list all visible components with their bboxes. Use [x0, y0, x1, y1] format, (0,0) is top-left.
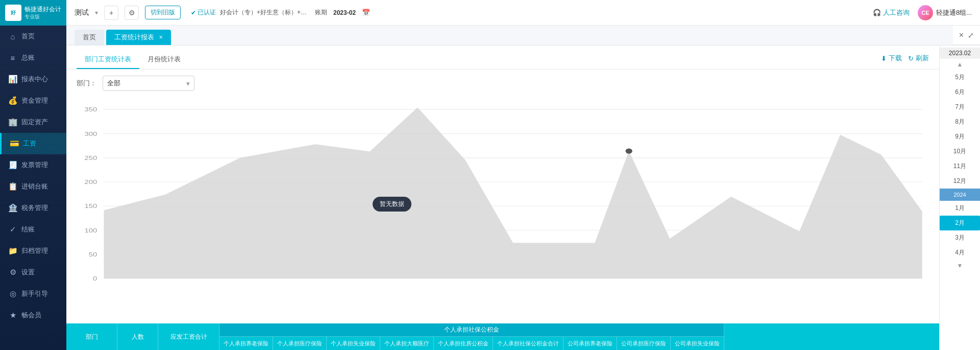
- panel-month-11[interactable]: 11月: [940, 159, 980, 174]
- sub-col-total: 个人承担社保公积金合计: [493, 337, 564, 350]
- panel-year-2024: 2024: [940, 189, 980, 201]
- tab-close-button[interactable]: ×: [159, 34, 163, 41]
- logo-icon: 好: [5, 5, 21, 21]
- sidebar-item-label: 首页: [21, 32, 35, 41]
- sidebar-item-label: 畅会员: [21, 311, 41, 320]
- sidebar-logo: 好 畅捷通好会计 专业版: [0, 0, 66, 26]
- svg-text:100: 100: [85, 227, 97, 234]
- col-department: 部门: [66, 323, 117, 350]
- salary-icon: 💳: [10, 139, 19, 148]
- filter-bar: 部门： 全部 ▾: [66, 69, 939, 97]
- sidebar-item-assets[interactable]: 🏢 固定资产: [0, 111, 66, 133]
- sidebar-item-settle[interactable]: ✓ 结账: [0, 219, 66, 240]
- sub-tab-actions: ⬇ 下载 ↻ 刷新: [881, 54, 929, 66]
- svg-text:150: 150: [85, 203, 97, 209]
- chart-container: 350 300 250 200 150 100 50 0: [66, 97, 939, 323]
- panel-month-5[interactable]: 5月: [940, 70, 980, 85]
- sidebar-item-label: 新手引导: [21, 289, 48, 298]
- panel-month-12[interactable]: 12月: [940, 174, 980, 189]
- sub-col-company-pension: 公司承担养老保险: [564, 337, 617, 350]
- chart-svg: 350 300 250 200 150 100 50 0: [77, 102, 929, 296]
- sidebar-item-funds[interactable]: 💰 资金管理: [0, 90, 66, 111]
- invoice-icon: 🧾: [8, 160, 17, 170]
- panel-close-bar: × ⤢: [953, 26, 980, 45]
- sidebar-item-label: 设置: [21, 268, 35, 277]
- sidebar-item-reports[interactable]: 📊 报表中心: [0, 68, 66, 90]
- refresh-button[interactable]: ↻ 刷新: [908, 54, 929, 63]
- user-menu[interactable]: CE 轻捷通8组...: [918, 5, 972, 20]
- tags-text: 好会计（专）+好生意（标）+…: [220, 8, 307, 17]
- panel-month-10[interactable]: 10月: [940, 144, 980, 159]
- panel-expand-button[interactable]: ⤢: [968, 31, 974, 39]
- panel-month-7[interactable]: 7月: [940, 100, 980, 114]
- sidebar-item-settings[interactable]: ⚙ 设置: [0, 262, 66, 283]
- content-area: 部门工资统计表 月份统计表 ⬇ 下载 ↻ 刷新 部门： 全部: [66, 45, 980, 350]
- headphone-icon: 🎧: [873, 9, 881, 16]
- sidebar-item-member[interactable]: ★ 畅会员: [0, 305, 66, 326]
- sidebar-item-label: 资金管理: [21, 96, 48, 105]
- certified-tag: ✔ 已认证: [191, 8, 216, 17]
- svg-text:300: 300: [85, 130, 97, 137]
- panel-month-6[interactable]: 6月: [940, 85, 980, 100]
- sidebar-item-guide[interactable]: ◎ 新手引导: [0, 283, 66, 305]
- guide-icon: ◎: [8, 289, 17, 298]
- logo-title: 畅捷通好会计: [24, 6, 61, 14]
- switch-old-button[interactable]: 切到旧版: [145, 6, 181, 19]
- sidebar-item-ledger[interactable]: ≡ 总账: [0, 47, 66, 68]
- panel-nav-down[interactable]: ▼: [955, 260, 965, 271]
- sub-col-unemployment: 个人承担失业保险: [327, 337, 380, 350]
- home-icon: ⌂: [8, 32, 17, 41]
- svg-text:0: 0: [93, 275, 97, 282]
- sub-tab-monthly[interactable]: 月份统计表: [139, 51, 189, 69]
- tax-icon: 🏦: [8, 203, 17, 213]
- group-personal-insurance: 个人承担社保公积金 个人承担养老保险 个人承担医疗保险 个人承担失业保险 个人承…: [219, 323, 724, 350]
- panel-month-8[interactable]: 8月: [940, 114, 980, 129]
- assets-icon: 🏢: [8, 118, 17, 127]
- svg-text:50: 50: [89, 251, 97, 258]
- panel-nav-up[interactable]: ▲: [955, 59, 965, 70]
- tab-home[interactable]: 首页: [75, 30, 104, 45]
- calendar-icon[interactable]: 📅: [362, 9, 370, 16]
- sidebar-item-invoice[interactable]: 🧾 发票管理: [0, 154, 66, 176]
- sidebar-item-label: 发票管理: [21, 160, 48, 170]
- svg-text:250: 250: [85, 155, 97, 161]
- sub-tab-department[interactable]: 部门工资统计表: [77, 51, 139, 69]
- funds-icon: 💰: [8, 96, 17, 105]
- sidebar-item-sales[interactable]: 📋 进销台账: [0, 176, 66, 197]
- settings-gear-button[interactable]: ⚙: [125, 6, 139, 20]
- user-avatar: CE: [918, 5, 933, 20]
- panel-month-3[interactable]: 3月: [940, 230, 980, 245]
- right-panel-year: 2023.02: [940, 48, 980, 59]
- reports-icon: 📊: [8, 75, 17, 84]
- period-label: 账期: [315, 8, 327, 17]
- department-select[interactable]: 全部 ▾: [103, 76, 194, 91]
- panel-month-9[interactable]: 9月: [940, 129, 980, 144]
- sidebar-item-archive[interactable]: 📁 归档管理: [0, 240, 66, 262]
- sidebar-item-label: 总账: [21, 53, 35, 62]
- tab-salary-report[interactable]: 工资统计报表 ×: [106, 30, 171, 45]
- sidebar-item-salary[interactable]: 💳 工资: [0, 133, 66, 154]
- certified-icon: ✔: [191, 9, 196, 16]
- chevron-down-icon[interactable]: ▾: [95, 9, 98, 16]
- settings-icon: ⚙: [8, 268, 17, 277]
- add-button[interactable]: +: [104, 6, 118, 20]
- tab-bar-row: 首页 工资统计报表 × × ⤢: [66, 26, 980, 45]
- period-value: 2023-02: [333, 9, 356, 16]
- panel-month-2[interactable]: 2月: [940, 216, 980, 230]
- panel-month-4[interactable]: 4月: [940, 245, 980, 260]
- panel-close-button[interactable]: ×: [959, 31, 964, 40]
- sub-col-housing: 个人承担住房公积金: [434, 337, 493, 350]
- dropdown-chevron-icon: ▾: [186, 80, 190, 87]
- right-panel: 2023.02 ▲ 5月 6月 7月 8月 9月 10月 11月 12月 202…: [939, 45, 980, 350]
- sidebar-item-tax[interactable]: 🏦 税务管理: [0, 197, 66, 219]
- topbar: 测试 ▾ + ⚙ 切到旧版 ✔ 已认证 好会计（专）+好生意（标）+… 账期 2…: [66, 0, 980, 26]
- sidebar-item-home[interactable]: ⌂ 首页: [0, 26, 66, 47]
- refresh-icon: ↻: [908, 55, 914, 62]
- col-salary-total: 应发工资合计: [158, 323, 219, 350]
- svg-point-16: [625, 148, 632, 153]
- group-sub-cols: 个人承担养老保险 个人承担医疗保险 个人承担失业保险 个人承担大额医疗 个人承担…: [219, 337, 724, 350]
- help-button[interactable]: 🎧 人工咨询: [873, 8, 910, 17]
- archive-icon: 📁: [8, 246, 17, 255]
- panel-month-1[interactable]: 1月: [940, 201, 980, 216]
- download-button[interactable]: ⬇ 下载: [881, 54, 902, 63]
